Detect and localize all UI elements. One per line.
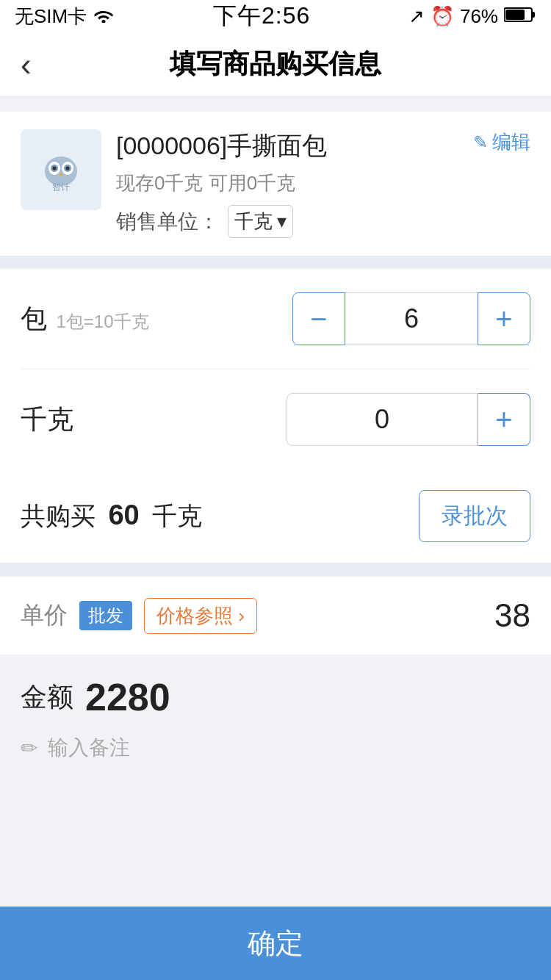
battery-icon (504, 5, 536, 28)
amount-label: 金额 (21, 680, 73, 716)
svg-text:智计: 智计 (52, 182, 70, 192)
bao-value-input[interactable] (345, 292, 478, 345)
kg-value-input[interactable] (287, 393, 478, 446)
edit-icon: ✎ (473, 132, 488, 153)
amount-row: 金额 2280 (21, 675, 530, 719)
summary-unit: 千克 (152, 502, 202, 530)
alarm-icon: ⏰ (431, 5, 454, 28)
kg-label-group: 千克 (21, 402, 73, 438)
svg-point-9 (66, 167, 70, 170)
kg-stepper: + (287, 393, 530, 446)
confirm-button[interactable]: 确定 (0, 907, 551, 980)
dropdown-arrow-icon: ▾ (277, 210, 287, 233)
confirm-label: 确定 (248, 925, 303, 962)
price-reference-button[interactable]: 价格参照 › (144, 598, 257, 634)
edit-button[interactable]: ✎ 编辑 (473, 129, 530, 155)
status-bar: 无SIM卡 下午2:56 ↗ ⏰ 76% (0, 0, 551, 32)
svg-rect-1 (532, 12, 535, 18)
price-value: 38 (494, 597, 530, 634)
kg-input-row: 千克 + (21, 370, 530, 469)
unit-dropdown[interactable]: 千克 ▾ (228, 205, 293, 238)
summary-prefix: 共购买 (21, 502, 96, 530)
bao-increment-button[interactable]: + (478, 292, 530, 345)
product-stock: 现存0千克 可用0千克 (116, 170, 530, 196)
carrier-label: 无SIM卡 (15, 4, 87, 29)
kg-label: 千克 (21, 404, 73, 434)
svg-rect-2 (505, 10, 525, 20)
divider-1 (0, 256, 551, 269)
unit-value: 千克 (234, 209, 273, 234)
location-icon: ↗ (408, 5, 425, 28)
kg-increment-button[interactable]: + (478, 393, 530, 446)
edit-label: 编辑 (492, 129, 530, 155)
record-batch-button[interactable]: 录批次 (419, 490, 530, 542)
price-label: 单价 (21, 599, 68, 632)
wifi-icon (93, 5, 115, 28)
back-button[interactable]: ‹ (21, 48, 32, 81)
amount-value: 2280 (85, 675, 170, 719)
amount-section: 金额 2280 ✏ 输入备注 (0, 655, 551, 775)
price-section: 单价 批发 价格参照 › 38 (0, 576, 551, 655)
product-info: [0000006]手撕面包 现存0千克 可用0千克 销售单位： 千克 ▾ (116, 129, 530, 238)
pencil-icon: ✏ (21, 736, 37, 760)
summary-value: 60 (108, 500, 139, 530)
page-title: 填写商品购买信息 (170, 46, 381, 82)
summary-text: 共购买 60 千克 (21, 500, 202, 533)
time-display: 下午2:56 (213, 0, 310, 32)
status-bar-left: 无SIM卡 (15, 4, 115, 29)
unit-label: 销售单位： (116, 208, 219, 236)
summary-row: 共购买 60 千克 录批次 (0, 469, 551, 563)
product-thumbnail: 智计 (21, 129, 101, 210)
note-placeholder: 输入备注 (48, 734, 130, 762)
wholesale-badge: 批发 (79, 601, 132, 630)
bao-decrement-button[interactable]: − (292, 292, 345, 345)
product-card: 智计 [0000006]手撕面包 现存0千克 可用0千克 销售单位： 千克 ▾ … (0, 112, 551, 256)
status-bar-right: ↗ ⏰ 76% (408, 5, 536, 28)
product-name: [0000006]手撕面包 (116, 129, 530, 163)
bao-label: 包 (21, 303, 47, 334)
divider-2 (0, 563, 551, 576)
bao-stepper: − + (292, 292, 530, 345)
svg-point-8 (53, 167, 57, 170)
product-unit-row: 销售单位： 千克 ▾ (116, 205, 530, 238)
battery-label: 76% (460, 5, 498, 28)
note-row[interactable]: ✏ 输入备注 (21, 734, 530, 762)
nav-bar: ‹ 填写商品购买信息 (0, 32, 551, 97)
bao-input-row: 包 1包=10千克 − + (21, 269, 530, 370)
bao-sub-label: 1包=10千克 (56, 311, 148, 331)
input-section: 包 1包=10千克 − + 千克 + (0, 269, 551, 469)
bao-label-group: 包 1包=10千克 (21, 301, 149, 337)
